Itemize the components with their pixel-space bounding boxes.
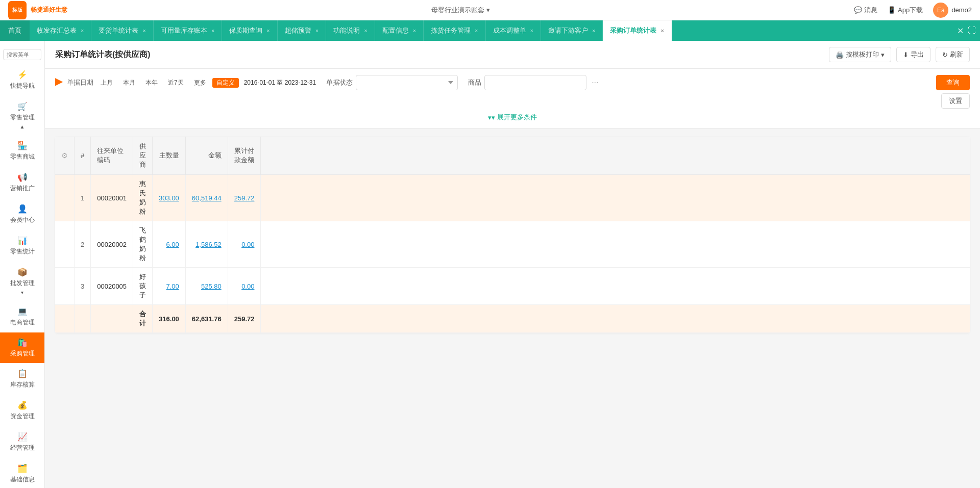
sidebar-item-operations[interactable]: 📈 经营管理 xyxy=(2,427,42,457)
row-paid[interactable]: 0.00 xyxy=(228,268,261,305)
goods-filter-item: 商品 ··· xyxy=(468,75,598,90)
date-this-month-btn[interactable]: 本月 xyxy=(119,78,139,88)
sidebar-item-label: 批发管理 xyxy=(10,279,35,288)
close-icon[interactable]: × xyxy=(660,28,664,34)
basic-icon: 🗂️ xyxy=(17,464,28,473)
tab-label: 超储预警 xyxy=(285,26,311,35)
filter-btn-area: 查询 设置 xyxy=(936,75,970,109)
app-download-btn[interactable]: 📱 App下载 xyxy=(888,6,923,15)
close-icon[interactable]: × xyxy=(315,28,318,34)
sidebar-item-label: 库存核算 xyxy=(10,380,35,389)
refresh-button[interactable]: ↻ 刷新 xyxy=(936,47,970,62)
date-more-btn[interactable]: 更多 xyxy=(190,78,210,88)
footer-qty: 316.00 xyxy=(153,305,186,333)
date-this-year-btn[interactable]: 本年 xyxy=(141,78,162,88)
goods-more-icon[interactable]: ··· xyxy=(592,78,598,87)
sidebar-item-inventory[interactable]: 📋 库存核算 xyxy=(2,364,42,394)
tab-yaohuo[interactable]: 要货单统计表 × xyxy=(91,20,153,41)
tab-peizhi[interactable]: 配置信息 × xyxy=(375,20,424,41)
row-supplier: 好孩子 xyxy=(133,268,153,305)
status-select[interactable] xyxy=(356,75,458,90)
row-qty[interactable]: 6.00 xyxy=(153,221,186,268)
row-paid[interactable]: 259.72 xyxy=(228,175,261,221)
col-paid-header: 累计付款金额 xyxy=(228,137,261,175)
tab-home[interactable]: 首页 xyxy=(0,20,30,41)
expand-more-btn[interactable]: ▾▾ 展开更多条件 xyxy=(488,113,537,122)
sidebar-item-purchase[interactable]: 🛍️ 采购管理 xyxy=(0,332,45,363)
row-qty[interactable]: 7.00 xyxy=(153,268,186,305)
message-label: 消息 xyxy=(864,6,877,15)
table-area: ⚙ # 往来单位编码 供应商 主数量 金额 累计付款金额 1 xyxy=(45,129,980,341)
status-label: 单据状态 xyxy=(326,78,353,87)
expand-label: 展开更多条件 xyxy=(497,113,537,122)
print-button[interactable]: 🖨️ 按模板打印 ▾ xyxy=(829,47,891,62)
date-shortcuts: 上月 本月 本年 近7天 更多 自定义 xyxy=(96,78,239,88)
close-icon[interactable]: × xyxy=(364,28,367,34)
status-filter-item: 单据状态 xyxy=(326,75,458,90)
close-icon[interactable]: × xyxy=(530,28,533,34)
tab-keyongliang[interactable]: 可用量库存账本 × xyxy=(154,20,222,41)
query-button[interactable]: 查询 xyxy=(936,75,970,90)
close-icon[interactable]: × xyxy=(142,28,145,34)
close-icon[interactable]: × xyxy=(592,28,595,34)
date-last-month-btn[interactable]: 上月 xyxy=(96,78,117,88)
settings-button[interactable]: 设置 xyxy=(941,93,970,109)
close-icon[interactable]: × xyxy=(266,28,270,34)
tab-chengben[interactable]: 成本调整单 × xyxy=(486,20,541,41)
workspace-selector[interactable]: 母婴行业演示账套 ▾ xyxy=(431,6,490,15)
filter-toggle-icon[interactable]: ▶ xyxy=(55,75,63,87)
close-icon[interactable]: × xyxy=(211,28,214,34)
tab-caigou-active[interactable]: 采购订单统计表 × xyxy=(603,20,671,41)
row-amount[interactable]: 1,586.52 xyxy=(185,221,228,268)
sidebar-item-finance[interactable]: 💰 资金管理 xyxy=(2,395,42,426)
home-label: 首页 xyxy=(8,26,21,35)
sidebar-item-wholesale[interactable]: 📦 批发管理 ▾ xyxy=(2,262,42,300)
row-amount[interactable]: 60,519.44 xyxy=(185,175,228,221)
row-code: 00020002 xyxy=(91,221,133,268)
message-icon: 💬 xyxy=(854,6,862,14)
sidebar-item-quicknav[interactable]: ⚡ 快捷导航 xyxy=(2,65,42,95)
message-btn[interactable]: 💬 消息 xyxy=(854,6,877,15)
export-label: 导出 xyxy=(911,50,924,59)
col-qty-header: 主数量 xyxy=(153,137,186,175)
row-amount[interactable]: 525.80 xyxy=(185,268,228,305)
tab-yaoqing[interactable]: 邀请下游客户 × xyxy=(541,20,603,41)
filter-area: ▶ 单据日期 上月 本月 本年 近7天 更多 自定义 2016-01-01 至 … xyxy=(45,69,980,129)
tab-label: 保质期查询 xyxy=(229,26,262,35)
row-paid[interactable]: 0.00 xyxy=(228,221,261,268)
settings-icon[interactable]: ⚙ xyxy=(61,151,68,160)
nav-right-icons: ✕ ⛶ xyxy=(953,20,980,41)
tab-gongneng[interactable]: 功能说明 × xyxy=(326,20,375,41)
tab-jianhuo[interactable]: 拣货任务管理 × xyxy=(424,20,485,41)
tab-baozhi[interactable]: 保质期查询 × xyxy=(222,20,277,41)
goods-input[interactable] xyxy=(484,75,586,90)
close-icon[interactable]: × xyxy=(475,28,478,34)
chevron-down-icon: ▲ xyxy=(20,124,25,130)
marketing-icon: 📢 xyxy=(17,172,28,182)
sidebar-item-basic[interactable]: 🗂️ 基础信息 xyxy=(2,458,42,488)
date-7days-btn[interactable]: 近7天 xyxy=(164,78,188,88)
tab-chaochu[interactable]: 超储预警 × xyxy=(278,20,326,41)
export-button[interactable]: ⬇ 导出 xyxy=(896,47,930,62)
page-actions: 🖨️ 按模板打印 ▾ ⬇ 导出 ↻ 刷新 xyxy=(829,47,970,62)
sidebar-item-ecommerce[interactable]: 💻 电商管理 xyxy=(2,301,42,332)
sidebar-item-label: 经营管理 xyxy=(10,444,35,452)
date-custom-tag[interactable]: 自定义 xyxy=(212,78,239,88)
close-icon[interactable]: × xyxy=(81,28,84,34)
close-icon[interactable]: × xyxy=(413,28,416,34)
sidebar-item-label: 基础信息 xyxy=(10,475,35,484)
search-input[interactable] xyxy=(3,49,41,60)
tab-label: 成本调整单 xyxy=(493,26,526,35)
table-row: 2 00020002 飞鹤奶粉 6.00 1,586.52 0.00 xyxy=(55,221,970,268)
tab-shoufacun[interactable]: 收发存汇总表 × xyxy=(30,20,91,41)
sidebar-item-marketing[interactable]: 📢 营销推广 xyxy=(2,167,42,198)
sidebar-item-retailstat[interactable]: 📊 零售统计 xyxy=(2,230,42,261)
sidebar-item-member[interactable]: 👤 会员中心 xyxy=(2,199,42,229)
retail-icon: 🛒 xyxy=(17,101,28,111)
sidebar-item-retail[interactable]: 🛒 零售管理 ▲ xyxy=(2,96,42,135)
user-area[interactable]: Ea demo2 xyxy=(933,3,972,18)
nav-close-icon[interactable]: ✕ xyxy=(957,26,964,36)
nav-maximize-icon[interactable]: ⛶ xyxy=(968,26,976,35)
row-qty[interactable]: 303.00 xyxy=(153,175,186,221)
sidebar-item-shop[interactable]: 🏪 零售商城 xyxy=(2,136,42,166)
